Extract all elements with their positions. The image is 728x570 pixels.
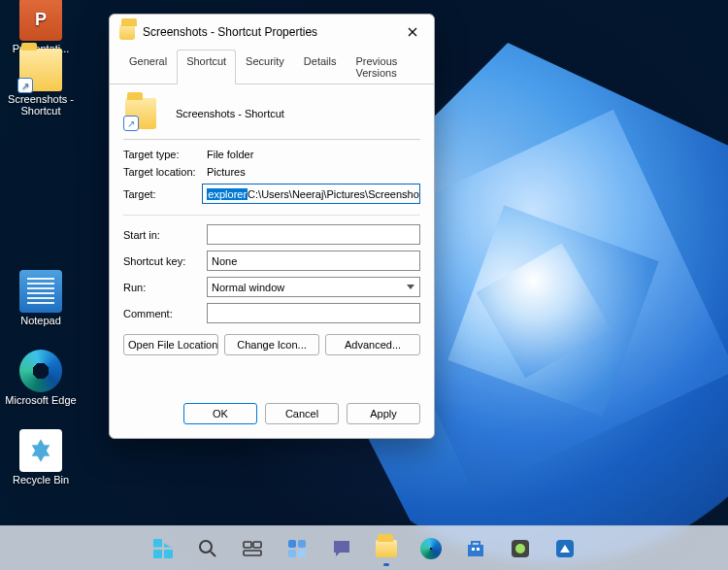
recycle-bin-icon	[19, 429, 62, 472]
app-icon	[509, 537, 532, 560]
comment-input[interactable]	[207, 303, 420, 323]
desktop-icon-label: Notepad	[4, 315, 78, 326]
item-name: Screenshots - Shortcut	[176, 108, 418, 119]
target-location-value: Pictures	[207, 166, 420, 178]
svg-point-0	[200, 541, 212, 553]
run-label: Run:	[123, 282, 207, 293]
start-button[interactable]	[144, 529, 182, 568]
edge-icon	[420, 538, 442, 559]
svg-rect-6	[288, 550, 296, 557]
desktop-icon-label: Recycle Bin	[4, 474, 78, 486]
svg-rect-7	[298, 550, 306, 557]
shortcut-key-input[interactable]	[207, 251, 420, 271]
taskbar-file-explorer[interactable]	[367, 529, 406, 568]
comment-label: Comment:	[123, 308, 207, 319]
run-select[interactable]: Normal window	[207, 277, 420, 297]
target-selected-text: explorer	[207, 188, 248, 200]
tab-strip: General Shortcut Security Details Previo…	[110, 50, 434, 84]
taskbar-widgets[interactable]	[278, 529, 316, 568]
folder-icon	[119, 24, 135, 40]
desktop-icon-label: Screenshots - Shortcut	[4, 93, 78, 117]
store-icon	[464, 537, 487, 560]
start-in-label: Start in:	[123, 229, 207, 241]
target-type-label: Target type:	[123, 149, 207, 160]
taskbar-edge[interactable]	[412, 529, 450, 568]
tab-shortcut[interactable]: Shortcut	[177, 50, 236, 84]
folder-icon	[376, 540, 397, 557]
change-icon-button[interactable]: Change Icon...	[224, 334, 319, 355]
taskbar-app-2[interactable]	[546, 529, 584, 568]
tab-general[interactable]: General	[119, 50, 177, 84]
svg-rect-3	[244, 551, 261, 555]
svg-rect-4	[288, 540, 296, 548]
ok-button[interactable]: OK	[183, 403, 257, 424]
search-icon	[196, 537, 219, 560]
chat-icon	[330, 537, 353, 560]
powerpoint-icon: P	[19, 0, 62, 41]
desktop-icon-recycle-bin[interactable]: Recycle Bin	[4, 429, 78, 486]
dialog-title: Screenshots - Shortcut Properties	[143, 25, 395, 39]
shortcut-overlay-icon: ↗	[17, 78, 33, 93]
desktop-icon-presentation[interactable]: P Presentati...	[4, 0, 78, 54]
widgets-icon	[285, 537, 309, 560]
separator	[123, 215, 420, 216]
target-rest-text: C:\Users\Neeraj\Pictures\Screenshots	[248, 188, 420, 200]
target-type-value: File folder	[207, 149, 420, 160]
desktop-icon-edge[interactable]: Microsoft Edge	[4, 350, 78, 406]
open-file-location-button[interactable]: Open File Location	[123, 334, 218, 355]
desktop-icon-screenshots-shortcut[interactable]: ↗ Screenshots - Shortcut	[4, 49, 78, 117]
apply-button[interactable]: Apply	[347, 403, 420, 424]
task-view-icon	[241, 537, 264, 560]
taskbar-search[interactable]	[188, 529, 227, 568]
folder-icon: ↗	[19, 49, 62, 91]
windows-icon	[151, 537, 175, 560]
target-location-label: Target location:	[123, 166, 207, 178]
svg-rect-5	[298, 540, 306, 548]
taskbar[interactable]	[0, 525, 728, 570]
taskbar-chat[interactable]	[322, 529, 361, 568]
folder-icon: ↗	[125, 98, 156, 129]
target-input[interactable]: explorer C:\Users\Neeraj\Pictures\Screen…	[202, 184, 420, 204]
desktop-icon-label: Microsoft Edge	[4, 394, 78, 406]
edge-icon	[19, 350, 62, 392]
advanced-button[interactable]: Advanced...	[325, 334, 420, 355]
svg-point-11	[515, 544, 525, 553]
close-icon	[408, 27, 417, 37]
start-in-input[interactable]	[207, 224, 420, 245]
shortcut-key-label: Shortcut key:	[123, 255, 207, 267]
notepad-icon	[19, 270, 62, 313]
svg-rect-2	[253, 542, 261, 548]
taskbar-task-view[interactable]	[233, 529, 272, 568]
desktop-icon-notepad[interactable]: Notepad	[4, 270, 78, 326]
titlebar[interactable]: Screenshots - Shortcut Properties	[110, 15, 434, 50]
properties-dialog: Screenshots - Shortcut Properties Genera…	[109, 14, 435, 439]
close-button[interactable]	[395, 20, 430, 44]
app-icon	[553, 537, 577, 560]
tab-security[interactable]: Security	[236, 50, 294, 84]
svg-rect-1	[244, 542, 251, 548]
shortcut-overlay-icon: ↗	[123, 116, 139, 131]
target-label: Target:	[123, 188, 202, 200]
taskbar-store[interactable]	[456, 529, 495, 568]
taskbar-app[interactable]	[501, 529, 540, 568]
cancel-button[interactable]: Cancel	[265, 403, 339, 424]
tab-previous-versions[interactable]: Previous Versions	[346, 50, 424, 84]
svg-rect-8	[472, 548, 475, 551]
svg-rect-9	[477, 548, 480, 551]
tab-details[interactable]: Details	[294, 50, 347, 84]
